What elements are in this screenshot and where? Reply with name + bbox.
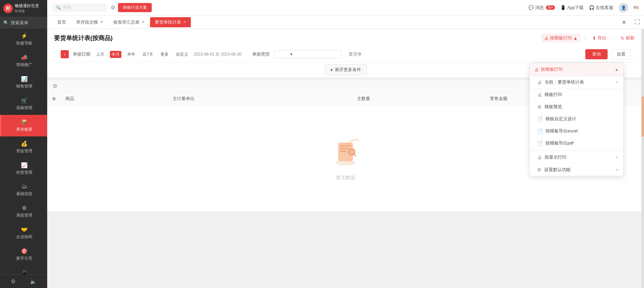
dropdown-item-template-preview[interactable]: 🖥 模板预览 (530, 101, 623, 113)
dropdown-sub-label: 按显示打印 (545, 154, 613, 160)
sidebar-item-label: 企业协同 (16, 234, 32, 240)
empty-text: 暂无数据 (336, 175, 355, 181)
sidebar-item-collab[interactable]: 🤝 企业协同 (0, 222, 47, 244)
expand-more-btn[interactable]: ▾ 展开更多条件 (325, 64, 367, 75)
sidebar-item-basic[interactable]: 🗂 基础信息 (0, 180, 47, 201)
date-btn-this-year[interactable]: 本年 (125, 51, 137, 58)
dropdown-sub-label: 设置默认功能 (544, 167, 613, 173)
messages-label: 消息 (535, 5, 544, 11)
sidebar-item-label: 采购管理 (16, 105, 32, 111)
dropdown-sub-default-settings[interactable]: ⚙ 设置默认功能 ▾ (530, 163, 623, 176)
svg-rect-2 (340, 145, 351, 147)
sidebar-item-operation[interactable]: 📈 经营管理 (0, 158, 47, 180)
tab-label: 收发存汇总表 (113, 19, 140, 25)
sidebar-item-label: 资金管理 (16, 148, 32, 154)
tab-close-order-stats[interactable]: ✕ (183, 20, 186, 24)
sidebar-item-sales[interactable]: 📊 销售管理 (0, 72, 47, 93)
display-print-chevron: ▾ (616, 155, 618, 160)
order-type-select[interactable]: ▾ (274, 50, 341, 58)
tab-close-receipt-summary[interactable]: ✕ (142, 20, 145, 24)
date-btn-last-month[interactable]: 上月 (94, 51, 106, 58)
date-btn-this-month[interactable]: 本月 (110, 51, 121, 58)
date-btn-more[interactable]: 更多 (159, 51, 170, 58)
close-btn[interactable]: ✕ (617, 15, 631, 29)
date-btn-7days[interactable]: 近7天 (141, 51, 155, 58)
sales-icon: 📊 (21, 76, 28, 82)
expand-more-icon: ▾ (330, 67, 333, 72)
avatar[interactable]: 👤 (619, 3, 628, 12)
dropdown-header[interactable]: 🖨 按模板打印 ▲ (530, 63, 623, 76)
filter-expand-toggle[interactable]: › (61, 50, 69, 58)
sidebar: 好 畅捷通好生意 标准版 🔍 搜索菜单 ⚡ 快捷导航 📣 营销推广 📊 销售管理… (0, 0, 47, 288)
date-filter-label: 单据日期 (73, 51, 90, 57)
date-btn-custom[interactable]: 自定义 (174, 51, 190, 58)
sidebar-item-label: 快捷导航 (16, 40, 32, 46)
date-range-display: 2023-06-01 至 2023-06-30 (194, 52, 241, 57)
collab-icon: 🤝 (21, 226, 28, 233)
sidebar-item-label: 新手引导 (16, 256, 32, 261)
chevron-down-icon: ▾ (290, 52, 292, 57)
dropdown-close-chevron[interactable]: ▲ (615, 67, 619, 72)
chevron-up-icon: ▲ (573, 36, 578, 41)
sidebar-item-label: 基础信息 (16, 191, 32, 197)
app-version: 标准版 (15, 9, 39, 13)
table-settings-icon[interactable]: ⚙ (53, 83, 57, 89)
dropdown-item-template-print[interactable]: 🖨 模板打印 (530, 89, 623, 101)
sidebar-item-label: 经营管理 (16, 170, 32, 175)
default-settings-icon: ⚙ (537, 167, 541, 172)
finance-icon: 💰 (21, 140, 28, 147)
order-type-label: 单据类型 (252, 51, 270, 57)
logo-icon: 好 (3, 4, 13, 13)
sidebar-item-inventory[interactable]: 📦 库存核算 (0, 115, 47, 136)
sidebar-search[interactable]: 🔍 搜索菜单 (0, 17, 47, 29)
tab-close-inventory-batch[interactable]: ✕ (100, 20, 103, 24)
export-btn[interactable]: ⬆ 导出 (590, 34, 609, 42)
tab-inventory-batch[interactable]: 库存批次账 ✕ (71, 17, 108, 27)
right-scrollbar[interactable] (641, 29, 644, 288)
sidebar-nav: ⚡ 快捷导航 📣 营销推广 📊 销售管理 🛒 采购管理 📦 库存核算 💰 资金管… (0, 29, 47, 275)
user-name[interactable]: Rit (634, 5, 639, 10)
page-title: 要货单统计表(按商品) (54, 34, 113, 42)
goods-tag-label: 要货单 (349, 51, 362, 57)
sidebar-item-shortcut[interactable]: ⚡ 快捷导航 (0, 29, 47, 50)
display-print-icon: 🖨 (537, 155, 542, 160)
tab-order-stats[interactable]: 要货单统计表 ✕ (150, 17, 191, 27)
dropdown-sub-display-print[interactable]: 🖨 按显示打印 ▾ (530, 151, 623, 163)
sidebar-item-label: 营销推广 (16, 62, 32, 68)
messages-btn[interactable]: 💬 消息 99+ (528, 5, 555, 11)
purchase-icon: 🛒 (21, 97, 28, 104)
dropdown-item-template-pdf[interactable]: 📄 按模板导出pdf (530, 137, 623, 149)
default-settings-chevron: ▾ (616, 168, 618, 172)
sidebar-item-appstore[interactable]: 📱 应用中心 (0, 265, 47, 275)
search-icon: 🔍 (3, 20, 9, 25)
svg-rect-3 (340, 148, 349, 149)
tab-home[interactable]: 首页 (53, 17, 71, 27)
sidebar-item-marketing[interactable]: 📣 营销推广 (0, 50, 47, 72)
dropdown-current-item[interactable]: 🖨 当前：要货单统计表 ▾ (530, 76, 623, 89)
filter-settings-btn[interactable]: 设置 (612, 49, 631, 59)
dropdown-divider (530, 150, 623, 150)
maximize-btn[interactable]: ⛶ (631, 15, 644, 29)
sidebar-item-finance[interactable]: 💰 资金管理 (0, 136, 47, 158)
sidebar-item-guide[interactable]: 🎯 新手引导 (0, 244, 47, 265)
trial-btn[interactable]: 体验行业方案 (118, 3, 152, 12)
topbar-right: 💬 消息 99+ 📱 App下载 🎧 在线客服 👤 Rit (528, 3, 639, 12)
sidebar-item-purchase[interactable]: 🛒 采购管理 (0, 93, 47, 115)
dropdown-item-template-excel[interactable]: 📄 按模板导出excel (530, 125, 623, 137)
settings-footer-btn[interactable]: ⚙ (11, 278, 16, 285)
topbar-search-placeholder: 搜索 (63, 5, 71, 10)
col-settings[interactable]: ⚙ (47, 92, 61, 105)
sidebar-item-system[interactable]: ⚙ 系统管理 (0, 201, 47, 222)
query-btn[interactable]: 查询 (585, 49, 608, 59)
online-service-btn[interactable]: 🎧 在线客服 (589, 5, 613, 11)
topbar-search-box[interactable]: 🔍 搜索 (53, 3, 107, 12)
refresh-btn[interactable]: ↻ 刷新 (618, 34, 637, 42)
dropdown-item-template-custom[interactable]: 📄 模板自定义设计 (530, 113, 623, 125)
print-template-btn[interactable]: 🖨 按模板打印 ▲ (541, 34, 580, 42)
sound-footer-btn[interactable]: 🔈 (30, 278, 37, 285)
template-custom-icon: 📄 (537, 116, 543, 122)
avatar-placeholder: 👤 (621, 5, 626, 10)
app-download-btn[interactable]: 📱 App下载 (560, 5, 584, 11)
settings-icon[interactable]: ⚙ (111, 4, 115, 11)
tab-receipt-summary[interactable]: 收发存汇总表 ✕ (109, 17, 149, 27)
